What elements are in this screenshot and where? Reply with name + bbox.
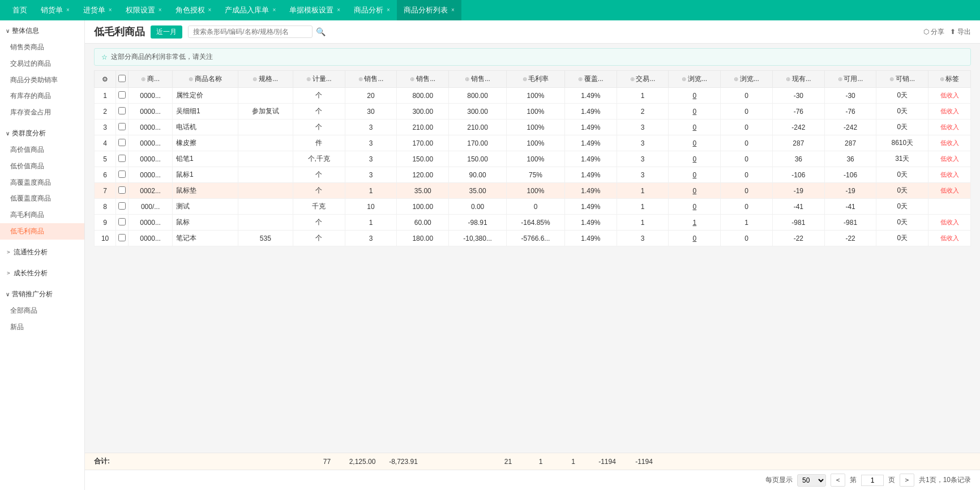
cell-checkbox[interactable]	[116, 231, 129, 246]
nav-product-analysis-list[interactable]: 商品分析列表 ×	[397, 0, 461, 20]
nav-product-analysis[interactable]: 商品分析 ×	[347, 0, 397, 20]
next-page-button[interactable]: ＞	[900, 474, 914, 487]
row-checkbox[interactable]	[118, 186, 126, 194]
sidebar-item-high-value[interactable]: 高价值商品	[0, 142, 84, 158]
cell-browse1[interactable]: 0	[669, 167, 721, 183]
th-tag[interactable]: 标签	[928, 71, 971, 88]
nav-finished-goods[interactable]: 产成品入库单 ×	[218, 0, 283, 20]
filter-recent-month-button[interactable]: 近一月	[151, 25, 182, 39]
th-code[interactable]: 商...	[129, 71, 173, 88]
row-checkbox[interactable]	[118, 139, 126, 146]
close-icon[interactable]: ×	[66, 0, 70, 20]
sidebar-item-traded-goods[interactable]: 交易过的商品	[0, 56, 84, 72]
nav-home[interactable]: 首页	[6, 0, 34, 20]
sidebar-item-category-rate[interactable]: 商品分类助销率	[0, 72, 84, 88]
sidebar-group-growth[interactable]: ＞ 成长性分析	[0, 265, 84, 282]
browse1-link[interactable]: 0	[692, 123, 696, 131]
th-saleable[interactable]: 可销...	[876, 71, 928, 88]
cell-browse1[interactable]: 0	[669, 199, 721, 215]
th-current-stock[interactable]: 现有...	[772, 71, 824, 88]
sidebar-item-new-goods[interactable]: 新品	[0, 319, 84, 335]
nav-sales-order[interactable]: 销货单 ×	[34, 0, 76, 20]
close-icon[interactable]: ×	[109, 0, 112, 20]
search-input[interactable]	[188, 25, 313, 38]
th-sales-amount[interactable]: 销售...	[449, 71, 507, 88]
cell-checkbox[interactable]	[116, 104, 129, 120]
sidebar-item-high-coverage[interactable]: 高覆盖度商品	[0, 174, 84, 191]
cell-browse1[interactable]: 0	[669, 135, 721, 151]
prev-page-button[interactable]: ＜	[831, 474, 845, 487]
browse1-link[interactable]: 0	[692, 155, 696, 163]
row-checkbox[interactable]	[118, 123, 126, 130]
sidebar-item-low-margin[interactable]: 低毛利商品	[0, 223, 84, 240]
th-setting[interactable]: ⚙	[95, 71, 116, 88]
sidebar-item-high-margin[interactable]: 高毛利商品	[0, 207, 84, 223]
th-coverage[interactable]: 覆盖...	[564, 71, 617, 88]
cell-checkbox[interactable]	[116, 135, 129, 151]
th-spec[interactable]: 规格...	[238, 71, 293, 88]
sidebar-group-liquidity[interactable]: ＞ 流通性分析	[0, 244, 84, 261]
cell-browse1[interactable]: 0	[669, 151, 721, 167]
th-browse2[interactable]: 浏览...	[721, 71, 773, 88]
row-checkbox[interactable]	[118, 171, 126, 178]
sidebar-group-overview[interactable]: ∨ 整体信息	[0, 23, 84, 39]
close-icon[interactable]: ×	[208, 0, 212, 20]
share-button[interactable]: ⬡ 分享	[923, 27, 944, 37]
row-checkbox[interactable]	[118, 218, 126, 225]
sidebar-item-sales-goods[interactable]: 销售类商品	[0, 39, 84, 56]
export-button[interactable]: ⬆ 导出	[950, 27, 971, 37]
sidebar-item-all-goods[interactable]: 全部商品	[0, 302, 84, 319]
th-sales-price[interactable]: 销售...	[397, 71, 449, 88]
th-gross-rate[interactable]: 毛利率	[506, 71, 564, 88]
cell-checkbox[interactable]	[116, 199, 129, 215]
nav-purchase-order[interactable]: 进货单 ×	[76, 0, 119, 20]
row-checkbox[interactable]	[118, 202, 126, 210]
per-page-select[interactable]: 50 20 100	[797, 474, 826, 487]
cell-browse1[interactable]: 1	[669, 215, 721, 231]
sidebar-item-stocked-goods[interactable]: 有库存的商品	[0, 88, 84, 104]
browse1-link[interactable]: 1	[692, 219, 696, 227]
cell-browse1[interactable]: 0	[669, 88, 721, 104]
row-checkbox[interactable]	[118, 155, 126, 162]
cell-checkbox[interactable]	[116, 151, 129, 167]
table-wrapper[interactable]: ⚙ 商... 商品名称 规格... 计量... 销售... 销售... 销售..…	[85, 70, 980, 453]
cell-checkbox[interactable]	[116, 167, 129, 183]
nav-permissions[interactable]: 权限设置 ×	[119, 0, 169, 20]
close-icon[interactable]: ×	[337, 0, 340, 20]
sidebar-item-stock-capital[interactable]: 库存资金占用	[0, 104, 84, 121]
cell-browse1[interactable]: 0	[669, 183, 721, 199]
cell-checkbox[interactable]	[116, 88, 129, 104]
close-icon[interactable]: ×	[159, 0, 162, 20]
cell-browse1[interactable]: 0	[669, 231, 721, 246]
th-unit[interactable]: 计量...	[293, 71, 345, 88]
browse1-link[interactable]: 0	[692, 235, 696, 242]
browse1-link[interactable]: 0	[692, 171, 696, 179]
cell-checkbox[interactable]	[116, 183, 129, 199]
select-all-checkbox[interactable]	[118, 75, 126, 82]
nav-role-auth[interactable]: 角色授权 ×	[169, 0, 219, 20]
cell-browse1[interactable]: 0	[669, 120, 721, 135]
sidebar-group-marketing[interactable]: ∨ 营销推广分析	[0, 286, 84, 302]
th-name[interactable]: 商品名称	[173, 71, 238, 88]
browse1-link[interactable]: 0	[692, 203, 696, 211]
sidebar-item-low-value[interactable]: 低价值商品	[0, 158, 84, 174]
browse1-link[interactable]: 0	[692, 187, 696, 195]
row-checkbox[interactable]	[118, 91, 126, 99]
search-button[interactable]: 🔍	[316, 27, 326, 36]
th-sales-qty[interactable]: 销售...	[345, 71, 397, 88]
cell-browse1[interactable]: 0	[669, 104, 721, 120]
page-input[interactable]	[861, 475, 884, 486]
browse1-link[interactable]: 0	[692, 92, 696, 100]
sidebar-group-cluster[interactable]: ∨ 类群度分析	[0, 125, 84, 142]
browse1-link[interactable]: 0	[692, 108, 696, 116]
close-icon[interactable]: ×	[387, 0, 390, 20]
th-available[interactable]: 可用...	[824, 71, 876, 88]
close-icon[interactable]: ×	[272, 0, 276, 20]
sidebar-item-low-coverage[interactable]: 低覆盖度商品	[0, 190, 84, 207]
browse1-link[interactable]: 0	[692, 139, 696, 147]
close-icon[interactable]: ×	[451, 0, 455, 20]
row-checkbox[interactable]	[118, 234, 126, 241]
nav-template-settings[interactable]: 单据模板设置 ×	[283, 0, 347, 20]
cell-checkbox[interactable]	[116, 215, 129, 231]
th-browse1[interactable]: 浏览...	[669, 71, 721, 88]
